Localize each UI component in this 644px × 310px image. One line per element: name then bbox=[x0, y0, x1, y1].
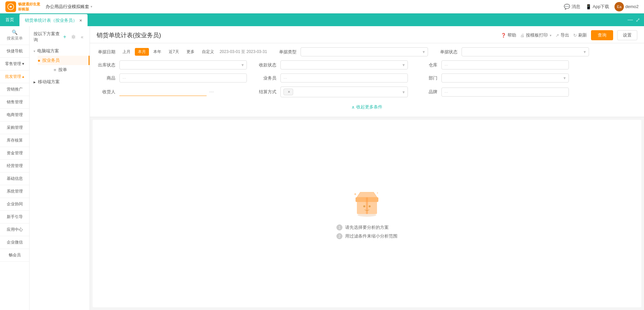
top-bar-right: 💬 消息 📱 App下载 Ea demo2 bbox=[564, 2, 639, 11]
settings-btn[interactable]: 设置 bbox=[617, 30, 637, 40]
staff-select[interactable]: ··· bbox=[280, 73, 408, 83]
mobile-scheme-section: ▸ 移动端方案 bbox=[30, 76, 90, 88]
svg-point-9 bbox=[369, 205, 371, 207]
main-content: 销货单统计表(按业务员) ❓ 帮助 🖨 按模板打印 ▾ ↗ bbox=[90, 26, 644, 310]
dept-select[interactable]: ▾ bbox=[441, 73, 569, 83]
left-panel-header: 按以下方案查询 + « bbox=[30, 29, 90, 45]
workspace-selector[interactable]: 办公用品行业模拟账套 ▾ bbox=[43, 4, 95, 10]
staff-value: ··· bbox=[283, 75, 287, 81]
sidebar-item-quick-nav[interactable]: 快捷导航 bbox=[0, 45, 29, 58]
this-year-btn[interactable]: 本年 bbox=[150, 48, 164, 56]
refresh-btn[interactable]: ↻ 刷新 bbox=[573, 32, 587, 38]
sidebar-item-finance[interactable]: 资金管理 bbox=[0, 147, 29, 160]
by-staff-label: 按业务员 bbox=[42, 57, 60, 63]
sidebar-item-member[interactable]: 畅会员 bbox=[0, 249, 29, 262]
brand-value: ··· bbox=[444, 90, 448, 95]
order-icon: ≡ bbox=[54, 67, 56, 72]
desktop-scheme-section: ▾ 电脑端方案 ● 按业务员 ≡ 按单 bbox=[30, 45, 90, 76]
out-status-select[interactable]: ▾ bbox=[119, 60, 247, 69]
message-icon: 💬 bbox=[564, 4, 570, 10]
user-profile-btn[interactable]: Ea demo2 bbox=[614, 2, 639, 11]
empty-texts: 1 请先选择要分析的方案 2 用过滤条件来缩小分析范围 bbox=[336, 224, 397, 242]
warehouse-label: 仓库 bbox=[419, 62, 437, 68]
tree-child: ● 按业务员 ≡ 按单 bbox=[30, 56, 90, 74]
help-btn[interactable]: ❓ 帮助 bbox=[501, 32, 516, 38]
collapse-panel-btn[interactable]: « bbox=[79, 34, 86, 40]
app-download-btn[interactable]: 📱 App下载 bbox=[586, 4, 609, 10]
quick-nav-label: 快捷导航 bbox=[3, 48, 26, 54]
svg-point-1 bbox=[73, 36, 74, 38]
last-7-days-btn[interactable]: 近7天 bbox=[166, 48, 182, 56]
maximize-btn[interactable]: ⤢ bbox=[636, 17, 640, 23]
minimize-btn[interactable]: — bbox=[628, 17, 633, 23]
sidebar-item-marketing[interactable]: 营销推广 bbox=[0, 83, 29, 96]
finance-label: 资金管理 bbox=[3, 150, 26, 156]
more-btn[interactable]: 更多 bbox=[183, 48, 198, 56]
sidebar-item-inventory[interactable]: 库存核算 bbox=[0, 134, 29, 147]
by-staff-item[interactable]: ● 按业务员 bbox=[38, 56, 90, 65]
export-btn[interactable]: ↗ 导出 bbox=[555, 32, 569, 38]
sidebar-item-purchase[interactable]: 采购管理 bbox=[0, 121, 29, 134]
query-btn[interactable]: 查询 bbox=[591, 30, 613, 40]
date-range-display: 2023-03-01 至 2023-03-31 bbox=[220, 49, 267, 55]
warehouse-select[interactable]: ··· bbox=[441, 60, 569, 69]
collapse-btn[interactable]: ∧ 收起更多条件 bbox=[97, 101, 637, 113]
workspace-label: 办公用品行业模拟账套 bbox=[46, 4, 89, 10]
sidebar-item-wholesale[interactable]: 批发管理 ▴ bbox=[0, 70, 29, 83]
export-label: 导出 bbox=[560, 32, 569, 38]
mobile-scheme-item[interactable]: ▸ 移动端方案 bbox=[30, 77, 90, 87]
sidebar-item-sales[interactable]: 销售管理 bbox=[0, 96, 29, 109]
sidebar-item-search[interactable]: 🔍 搜索菜单 bbox=[0, 26, 29, 45]
sidebar-item-corp-wechat[interactable]: 企业微信 bbox=[0, 236, 29, 249]
refresh-label: 刷新 bbox=[578, 32, 587, 38]
print-template-btn[interactable]: 🖨 按模板打印 ▾ bbox=[520, 32, 551, 38]
sidebar-item-ecommerce[interactable]: 电商管理 bbox=[0, 109, 29, 121]
brand-select[interactable]: ··· bbox=[441, 88, 569, 97]
this-month-btn[interactable]: 本月 bbox=[135, 48, 149, 56]
sidebar-item-retail[interactable]: 零售管理 ▾ bbox=[0, 58, 29, 70]
by-order-item[interactable]: ≡ 按单 bbox=[51, 65, 90, 74]
sidebar-item-operations[interactable]: 经营管理 bbox=[0, 160, 29, 172]
doc-status-select[interactable]: ▾ bbox=[462, 47, 589, 56]
last-month-btn[interactable]: 上月 bbox=[119, 48, 133, 56]
corp-label: 企业协同 bbox=[3, 201, 26, 207]
message-btn[interactable]: 💬 消息 bbox=[564, 4, 580, 10]
goods-label: 商品 bbox=[97, 75, 115, 81]
goods-select[interactable]: ··· bbox=[119, 73, 247, 83]
sidebar-item-system[interactable]: 系统管理 bbox=[0, 185, 29, 198]
tab-home[interactable]: 首页 bbox=[0, 13, 19, 26]
receiver-input-group: ··· bbox=[119, 88, 247, 96]
content-area: 按以下方案查询 + « ▾ 电脑端方案 bbox=[30, 26, 644, 310]
doc-type-select[interactable]: ▾ bbox=[301, 47, 428, 56]
custom-btn[interactable]: 自定义 bbox=[199, 48, 217, 56]
settlement-select[interactable]: × ▾ bbox=[280, 87, 408, 97]
tab-home-label: 首页 bbox=[5, 17, 14, 23]
mobile-scheme-label: 移动端方案 bbox=[38, 79, 60, 85]
left-panel-title: 按以下方案查询 bbox=[34, 31, 61, 43]
retail-label: 零售管理 ▾ bbox=[3, 61, 26, 67]
sidebar-item-app-center[interactable]: 应用中心 bbox=[0, 223, 29, 236]
setting-scheme-btn[interactable] bbox=[70, 34, 77, 40]
collection-status-select[interactable]: ▾ bbox=[280, 60, 408, 69]
settlement-tag-remove[interactable]: × bbox=[288, 90, 290, 94]
by-order-label: 按单 bbox=[58, 67, 67, 73]
desktop-scheme-item[interactable]: ▾ 电脑端方案 bbox=[30, 46, 90, 56]
step2-num: 2 bbox=[336, 233, 342, 239]
sidebar-search-label: 搜索菜单 bbox=[3, 36, 26, 41]
page-header: 销货单统计表(按业务员) ❓ 帮助 🖨 按模板打印 ▾ ↗ bbox=[90, 26, 644, 43]
left-panel-actions: + « bbox=[61, 34, 86, 40]
sidebar-item-newbie[interactable]: 新手引导 bbox=[0, 211, 29, 223]
receiver-input[interactable] bbox=[119, 88, 207, 96]
sidebar-item-basic[interactable]: 基础信息 bbox=[0, 172, 29, 185]
receiver-ellipsis[interactable]: ··· bbox=[209, 89, 214, 95]
goods-value: ··· bbox=[122, 75, 126, 81]
sidebar-item-corp[interactable]: 企业协同 bbox=[0, 198, 29, 211]
expand-icon: ▾ bbox=[34, 49, 35, 53]
tab-close-btn[interactable]: ✕ bbox=[79, 18, 82, 23]
add-scheme-btn[interactable]: + bbox=[61, 34, 68, 40]
brand-label: 品牌 bbox=[419, 89, 437, 95]
app-container: 畅捷通好生意 标账版 办公用品行业模拟账套 ▾ 💬 消息 📱 App下载 Ea … bbox=[0, 0, 644, 310]
tab-sales-stat[interactable]: 销货单统计表（按业务员） ✕ bbox=[19, 14, 88, 27]
inventory-label: 库存核算 bbox=[3, 138, 26, 143]
out-status-label: 出库状态 bbox=[97, 62, 115, 68]
